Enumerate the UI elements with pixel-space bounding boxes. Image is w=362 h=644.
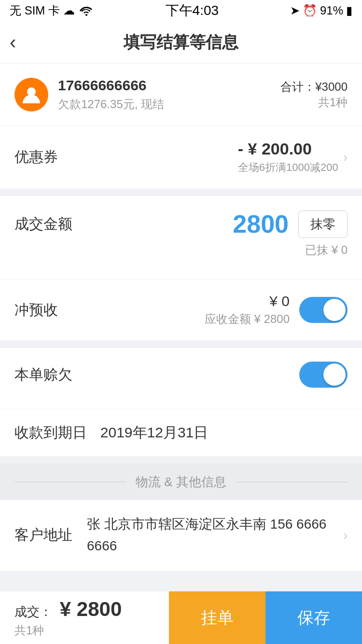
status-bar: 无 SIM 卡 ☁ 下午4:03 ➤ ⏰ 91% ▮ bbox=[0, 0, 362, 21]
customer-row: 17666666666 欠款1276.35元, 现结 合计：¥3000 共1种 bbox=[0, 64, 362, 126]
divider-line-left bbox=[14, 482, 126, 482]
battery-text: 91% bbox=[320, 4, 343, 17]
bottom-deal-row: 成交： ¥ 2800 bbox=[14, 598, 154, 621]
status-right: ➤ ⏰ 91% ▮ bbox=[290, 4, 352, 17]
deal-section: 成交金额 2800 抹零 已抹 ¥ 0 bbox=[0, 196, 362, 271]
coupon-right: - ¥ 200.00 全场6折满1000减200 › bbox=[238, 140, 348, 175]
customer-sub: 欠款1276.35元, 现结 bbox=[58, 97, 164, 112]
deal-amount: 2800 bbox=[233, 210, 289, 238]
status-left: 无 SIM 卡 ☁ bbox=[10, 3, 94, 18]
round-button[interactable]: 抹零 bbox=[298, 210, 348, 238]
due-date-value: 2019年12月31日 bbox=[100, 424, 208, 440]
total-count: 共1种 bbox=[280, 95, 348, 110]
location-icon: ➤ bbox=[290, 4, 300, 17]
due-date-label: 收款到期日 bbox=[14, 424, 87, 440]
address-value: 张 北京市市辖区海淀区永丰南 156 6666 6666 bbox=[87, 514, 343, 557]
advance-amount: ¥ 0 bbox=[205, 293, 290, 309]
bottom-deal-label: 成交： bbox=[14, 604, 52, 619]
logistics-divider: 物流 & 其他信息 bbox=[0, 464, 362, 500]
address-label: 客户地址 bbox=[14, 525, 72, 545]
advance-section: 冲预收 ¥ 0 应收金额 ¥ 2800 bbox=[0, 279, 362, 340]
deal-right: 2800 抹零 bbox=[233, 210, 348, 238]
deal-card: 成交金额 2800 抹零 已抹 ¥ 0 冲预收 ¥ 0 应收金额 ¥ 2800 bbox=[0, 196, 362, 340]
nav-bar: ‹ 填写结算等信息 bbox=[0, 21, 362, 64]
deal-sub: 已抹 ¥ 0 bbox=[14, 242, 348, 258]
advance-label: 冲预收 bbox=[14, 300, 58, 320]
divider-text: 物流 & 其他信息 bbox=[126, 474, 236, 490]
customer-phone: 17666666666 bbox=[58, 77, 164, 94]
address-section[interactable]: 客户地址 张 北京市市辖区海淀区永丰南 156 6666 6666 › bbox=[0, 500, 362, 571]
debt-toggle[interactable] bbox=[299, 362, 348, 388]
hang-button[interactable]: 挂单 bbox=[169, 591, 265, 644]
advance-row: 冲预收 ¥ 0 应收金额 ¥ 2800 bbox=[14, 293, 348, 327]
customer-card: 17666666666 欠款1276.35元, 现结 合计：¥3000 共1种 … bbox=[0, 64, 362, 188]
customer-left: 17666666666 欠款1276.35元, 现结 bbox=[14, 77, 164, 112]
coupon-amount: - ¥ 200.00 bbox=[238, 140, 338, 158]
advance-amount-col: ¥ 0 应收金额 ¥ 2800 bbox=[205, 293, 290, 327]
advance-toggle[interactable] bbox=[299, 297, 348, 323]
customer-right: 合计：¥3000 共1种 bbox=[280, 79, 348, 110]
sim-text: 无 SIM 卡 ☁ bbox=[10, 3, 75, 18]
coupon-row[interactable]: 优惠券 - ¥ 200.00 全场6折满1000减200 › bbox=[0, 126, 362, 188]
bottom-bar: 成交： ¥ 2800 共1种 挂单 保存 bbox=[0, 591, 362, 644]
back-button[interactable]: ‹ bbox=[10, 31, 16, 53]
bottom-amount: ¥ 2800 bbox=[60, 598, 122, 620]
deal-row: 成交金额 2800 抹零 bbox=[14, 210, 348, 238]
debt-toggle-knob bbox=[323, 364, 346, 386]
alarm-icon: ⏰ bbox=[303, 4, 317, 17]
toggle-knob bbox=[323, 299, 346, 321]
battery-icon: ▮ bbox=[346, 4, 352, 17]
avatar bbox=[14, 78, 48, 112]
debt-label: 本单赊欠 bbox=[14, 365, 72, 385]
advance-right: ¥ 0 应收金额 ¥ 2800 bbox=[205, 293, 348, 327]
address-card: 客户地址 张 北京市市辖区海淀区永丰南 156 6666 6666 › bbox=[0, 500, 362, 571]
coupon-chevron: › bbox=[343, 150, 348, 165]
debt-card: 本单赊欠 收款到期日 2019年12月31日 bbox=[0, 348, 362, 456]
coupon-desc: 全场6折满1000减200 bbox=[238, 160, 338, 175]
address-chevron: › bbox=[343, 528, 348, 543]
customer-info: 17666666666 欠款1276.35元, 现结 bbox=[58, 77, 164, 112]
page-title: 填写结算等信息 bbox=[124, 31, 238, 54]
content: 17666666666 欠款1276.35元, 现结 合计：¥3000 共1种 … bbox=[0, 64, 362, 644]
coupon-info: - ¥ 200.00 全场6折满1000减200 bbox=[238, 140, 338, 175]
save-button[interactable]: 保存 bbox=[265, 591, 362, 644]
debt-section: 本单赊欠 bbox=[0, 348, 362, 401]
bottom-info: 成交： ¥ 2800 共1种 bbox=[0, 598, 169, 638]
user-icon bbox=[21, 84, 42, 105]
divider-line-right bbox=[236, 482, 348, 482]
total-label: 合计：¥3000 bbox=[280, 79, 348, 95]
bottom-count: 共1种 bbox=[14, 623, 154, 638]
deal-label: 成交金额 bbox=[14, 214, 72, 234]
due-date-section: 收款到期日 2019年12月31日 bbox=[0, 409, 362, 456]
wifi-icon bbox=[79, 5, 94, 16]
status-time: 下午4:03 bbox=[166, 1, 219, 20]
coupon-label: 优惠券 bbox=[14, 147, 58, 167]
advance-sub: 应收金额 ¥ 2800 bbox=[205, 311, 290, 327]
